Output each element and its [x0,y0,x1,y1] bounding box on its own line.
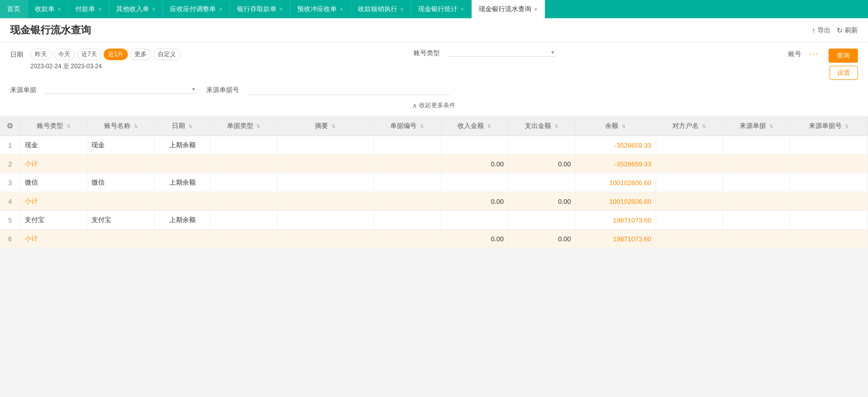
cell-income [441,211,508,230]
cell-income [441,136,508,155]
col-summary[interactable]: 摘要 ⇅ [277,116,374,136]
nav-item-other-income[interactable]: 其他收入单 × [109,0,163,18]
close-icon[interactable]: × [219,6,222,12]
close-icon[interactable]: × [58,6,61,12]
date-btn-1month[interactable]: 近1月 [104,49,128,60]
cell-balance: -3528659.33 [575,155,656,173]
nav-label-receipt: 收款单 [35,5,55,14]
nav-item-prepay[interactable]: 预收冲应收单 × [290,0,350,18]
close-icon[interactable]: × [98,6,101,12]
cell-doc-no [374,136,441,155]
date-btn-custom[interactable]: 自定义 [153,49,180,60]
date-btn-yesterday[interactable]: 昨天 [30,49,52,60]
cell-counterpart [656,136,723,155]
close-icon[interactable]: × [152,6,155,12]
account-no-label: 账号 [788,50,801,59]
col-expense[interactable]: 支出金额 ⇅ [508,116,575,136]
row-num: 2 [0,155,20,173]
close-icon[interactable]: × [461,6,464,12]
query-button[interactable]: 查询 [829,49,858,63]
col-doc-no-label: 单据编号 [390,122,417,129]
account-no-dots-button[interactable]: ··· [809,49,818,59]
nav-item-bank-deposit[interactable]: 银行存取款单 × [230,0,290,18]
account-type-select[interactable]: ▼ [448,50,555,57]
close-icon[interactable]: × [534,6,537,12]
collapse-icon: ∧ [413,102,417,109]
source-doc-select[interactable]: ▼ [44,86,196,94]
nav-item-payment[interactable]: 付款单 × [68,0,109,18]
cell-doc-no [374,155,441,173]
gear-icon[interactable]: ⚙ [7,121,13,130]
close-icon[interactable]: × [400,6,403,12]
sort-arrows-counterpart: ⇅ [702,124,706,129]
cell-summary [277,173,374,192]
export-button[interactable]: ↑ 导出 [812,26,831,35]
cell-doc-type [210,192,277,211]
cell-date [155,230,210,248]
cell-balance: 19871073.60 [575,211,656,230]
cell-source-doc-no [790,211,868,230]
cell-summary [277,192,374,211]
nav-item-adjustment[interactable]: 应收应付调整单 × [163,0,230,18]
table-header-row: ⚙ 账号类型 ⇅ 账号名称 ⇅ 日期 ⇅ 单据类型 ⇅ [0,116,868,136]
cell-summary [277,136,374,155]
cell-account-type: 小计 [20,192,87,211]
row-num: 6 [0,230,20,248]
refresh-button[interactable]: ↻ 刷新 [837,26,858,35]
cell-counterpart [656,192,723,211]
col-date-label: 日期 [172,122,185,129]
col-expense-label: 支出金额 [525,122,551,129]
col-doc-type-label: 单据类型 [227,122,253,129]
sort-arrows-expense: ⇅ [555,124,559,129]
col-account-name[interactable]: 账号名称 ⇅ [87,116,155,136]
data-table: ⚙ 账号类型 ⇅ 账号名称 ⇅ 日期 ⇅ 单据类型 ⇅ [0,116,868,248]
col-counterpart[interactable]: 对方户名 ⇅ [656,116,723,136]
close-icon[interactable]: × [340,6,343,12]
collapse-bar[interactable]: ∧ 收起更多条件 [10,98,858,112]
date-btn-7days[interactable]: 近7天 [77,49,102,60]
row-num: 3 [0,173,20,192]
nav-item-flow[interactable]: 现金银行流水查询 × [472,0,545,18]
nav-label-home: 首页 [7,5,20,14]
col-date[interactable]: 日期 ⇅ [155,116,210,136]
sort-arrows-balance: ⇅ [622,124,626,129]
col-account-type[interactable]: 账号类型 ⇅ [20,116,87,136]
source-doc-label: 来源单据 [10,85,36,95]
col-source-doc-no[interactable]: 来源单据号 ⇅ [790,116,868,136]
cell-source-doc-no [790,230,868,248]
col-income[interactable]: 收入金额 ⇅ [441,116,508,136]
nav-item-stats[interactable]: 现金银行统计 × [411,0,471,18]
nav-item-receipt[interactable]: 收款单 × [28,0,68,18]
cell-expense [508,211,575,230]
table-wrapper: ⚙ 账号类型 ⇅ 账号名称 ⇅ 日期 ⇅ 单据类型 ⇅ [0,116,868,248]
date-label: 日期 [10,50,23,59]
nav-item-verify[interactable]: 收款核销执行 × [351,0,411,18]
cell-summary [277,230,374,248]
cell-doc-type [210,155,277,173]
cell-source-doc [723,155,790,173]
cell-account-name: 支付宝 [87,211,155,230]
date-btn-today[interactable]: 今天 [54,49,75,60]
settings-button[interactable]: 设置 [830,66,858,80]
cell-date: 上期余额 [155,136,210,155]
cell-account-type: 小计 [20,155,87,173]
col-doc-type[interactable]: 单据类型 ⇅ [210,116,277,136]
cell-income: 0.00 [441,230,508,248]
table-row: 5支付宝支付宝上期余额19871073.60 [0,211,868,230]
cell-account-type: 现金 [20,136,87,155]
col-source-doc[interactable]: 来源单据 ⇅ [723,116,790,136]
cell-balance: -3528659.33 [575,136,656,155]
close-icon[interactable]: × [280,6,283,12]
cell-expense: 0.00 [508,230,575,248]
col-doc-no[interactable]: 单据编号 ⇅ [374,116,441,136]
col-balance[interactable]: 余额 ⇅ [575,116,656,136]
col-gear[interactable]: ⚙ [0,116,20,136]
date-btn-more[interactable]: 更多 [130,49,151,60]
cell-expense: 0.00 [508,192,575,211]
sort-arrows-source-doc: ⇅ [769,124,773,129]
source-doc-no-input[interactable] [247,85,449,95]
nav-item-home[interactable]: 首页 [0,0,28,18]
cell-account-name [87,230,155,248]
sort-arrows-doc-no: ⇅ [420,124,424,129]
col-balance-label: 余额 [605,122,618,129]
